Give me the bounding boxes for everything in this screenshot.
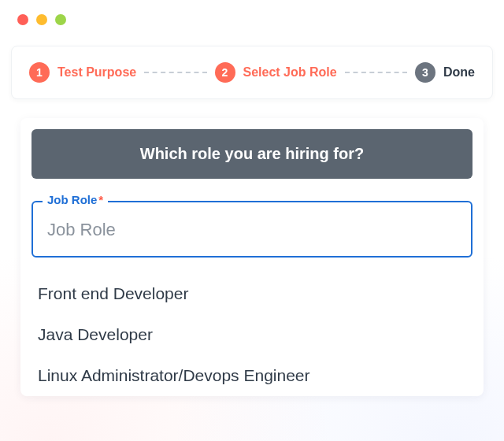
job-role-input[interactable]	[32, 201, 472, 258]
list-item[interactable]: Java Developer	[35, 314, 469, 355]
hiring-card: Which role you are hiring for? Job Role*…	[20, 118, 484, 396]
step-label: Done	[443, 65, 475, 80]
step-connector	[345, 72, 407, 73]
step-label: Test Purpose	[57, 65, 136, 80]
step-select-job-role[interactable]: 2 Select Job Role	[215, 62, 337, 83]
step-connector	[144, 72, 206, 73]
window: 1 Test Purpose 2 Select Job Role 3 Done …	[0, 0, 504, 441]
stepper: 1 Test Purpose 2 Select Job Role 3 Done	[11, 46, 493, 99]
step-test-purpose[interactable]: 1 Test Purpose	[29, 62, 136, 83]
step-number: 1	[29, 62, 50, 83]
step-label: Select Job Role	[243, 65, 337, 80]
step-done[interactable]: 3 Done	[415, 62, 475, 83]
step-number: 3	[415, 62, 435, 83]
card-header: Which role you are hiring for?	[32, 129, 472, 179]
required-mark: *	[98, 193, 103, 206]
job-role-options: Front end Developer Java Developer Linux…	[32, 270, 472, 396]
zoom-icon[interactable]	[55, 14, 66, 25]
window-titlebar	[0, 0, 504, 33]
field-legend-text: Job Role	[47, 193, 97, 206]
step-number: 2	[215, 62, 235, 83]
list-item[interactable]: Linux Administrator/Devops Engineer	[35, 355, 469, 396]
close-icon[interactable]	[17, 14, 28, 25]
job-role-field: Job Role*	[32, 201, 472, 258]
list-item[interactable]: Front end Developer	[35, 273, 469, 314]
minimize-icon[interactable]	[36, 14, 47, 25]
field-legend: Job Role*	[43, 193, 108, 206]
